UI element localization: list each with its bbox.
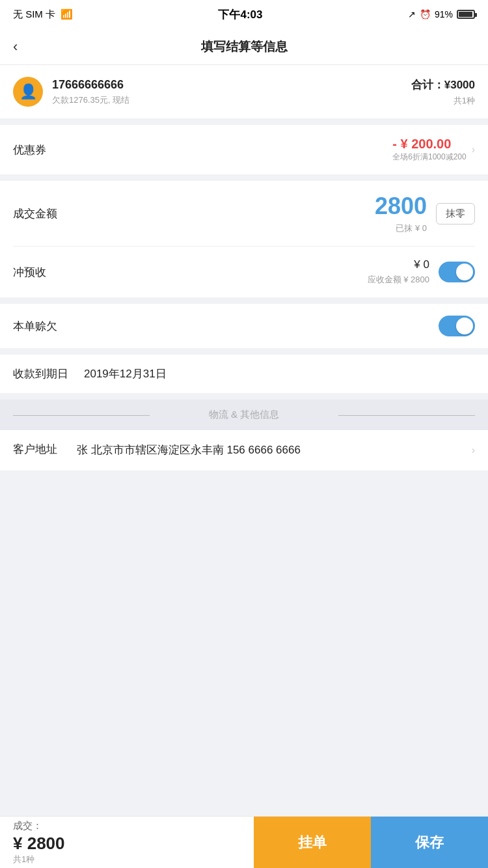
coupon-row[interactable]: 优惠券 - ¥ 200.00 全场6折满1000减200 ›: [0, 125, 488, 174]
deal-section: 成交金额 2800 已抹 ¥ 0 抹零 冲预收 ¥ 0 应收金额 ¥ 2800: [0, 181, 488, 297]
prepay-sub: 应收金额 ¥ 2800: [368, 274, 429, 286]
prepay-right: ¥ 0 应收金额 ¥ 2800: [368, 258, 475, 286]
battery-icon: [457, 10, 475, 19]
status-left: 无 SIM 卡 📶: [13, 8, 73, 21]
customer-info: 17666666666 欠款1276.35元, 现结: [52, 78, 129, 106]
bottom-count: 共1种: [13, 854, 241, 865]
customer-sub: 欠款1276.35元, 现结: [52, 94, 129, 106]
duedate-label: 收款到期日: [13, 366, 68, 381]
bottom-summary-label: 成交：: [13, 820, 241, 832]
address-value: 张 北京市市辖区海淀区永丰南 156 6666 6666: [64, 442, 465, 459]
bottom-amount: ¥ 2800: [13, 834, 241, 854]
deal-right: 2800 已抹 ¥ 0 抹零: [375, 193, 475, 234]
status-right: ↗ ⏰ 91%: [408, 9, 475, 20]
coupon-right: - ¥ 200.00 全场6折满1000减200 ›: [392, 137, 475, 163]
coupon-label: 优惠券: [13, 142, 46, 157]
coupon-chevron: ›: [472, 144, 475, 156]
round-zero-button[interactable]: 抹零: [436, 203, 475, 224]
bottom-left: 成交： ¥ 2800 共1种: [0, 820, 254, 865]
customer-card: 👤 17666666666 欠款1276.35元, 现结 合计：¥3000 共1…: [0, 65, 488, 118]
prepayment-row: 冲预收 ¥ 0 应收金额 ¥ 2800: [13, 247, 475, 297]
coupon-amount: - ¥ 200.00: [392, 137, 466, 152]
address-row[interactable]: 客户地址 张 北京市市辖区海淀区永丰南 156 6666 6666 ›: [0, 430, 488, 470]
back-button[interactable]: ‹: [13, 38, 18, 55]
avatar-icon: 👤: [20, 83, 37, 100]
bottom-bar: 成交： ¥ 2800 共1种 挂单 保存: [0, 816, 488, 868]
prepayment-label: 冲预收: [13, 265, 46, 280]
prepay-amount: ¥ 0: [368, 258, 429, 271]
deferred-toggle[interactable]: [439, 316, 475, 336]
location-icon: ↗: [408, 9, 416, 20]
customer-count: 共1种: [411, 95, 475, 107]
save-button[interactable]: 保存: [371, 817, 488, 869]
hang-order-button[interactable]: 挂单: [254, 817, 371, 869]
wifi-icon: 📶: [61, 8, 73, 20]
deal-amount-value: 2800: [375, 193, 427, 220]
customer-left: 👤 17666666666 欠款1276.35元, 现结: [13, 77, 129, 107]
avatar: 👤: [13, 77, 43, 107]
logistics-divider: 物流 & 其他信息: [0, 400, 488, 430]
deal-amount-col: 2800 已抹 ¥ 0: [375, 193, 427, 234]
deferred-row: 本单赊欠: [0, 304, 488, 348]
address-chevron: ›: [472, 444, 475, 456]
status-bar: 无 SIM 卡 📶 下午4:03 ↗ ⏰ 91%: [0, 0, 488, 29]
address-label: 客户地址: [13, 442, 57, 457]
gray-spacer: [0, 470, 488, 549]
coupon-sub: 全场6折满1000减200: [392, 152, 466, 163]
deferred-label: 本单赊欠: [13, 319, 57, 334]
duedate-row: 收款到期日 2019年12月31日: [0, 355, 488, 393]
deal-sub: 已抹 ¥ 0: [375, 223, 427, 234]
customer-right: 合计：¥3000 共1种: [411, 77, 475, 107]
deal-label: 成交金额: [13, 206, 57, 221]
prepay-amount-col: ¥ 0 应收金额 ¥ 2800: [368, 258, 429, 286]
status-time: 下午4:03: [218, 7, 262, 22]
alarm-icon: ⏰: [420, 9, 431, 20]
duedate-value: 2019年12月31日: [84, 366, 167, 381]
divider-text: 物流 & 其他信息: [209, 409, 279, 420]
battery-text: 91%: [435, 9, 453, 20]
nav-bar: ‹ 填写结算等信息: [0, 29, 488, 65]
deal-amount-row: 成交金额 2800 已抹 ¥ 0 抹零: [13, 181, 475, 247]
prepayment-toggle[interactable]: [439, 262, 475, 282]
customer-phone: 17666666666: [52, 78, 129, 92]
no-sim-text: 无 SIM 卡: [13, 8, 55, 21]
page-title: 填写结算等信息: [201, 38, 288, 55]
back-icon: ‹: [13, 38, 18, 55]
content: 👤 17666666666 欠款1276.35元, 现结 合计：¥3000 共1…: [0, 65, 488, 549]
customer-total: 合计：¥3000: [411, 77, 475, 92]
